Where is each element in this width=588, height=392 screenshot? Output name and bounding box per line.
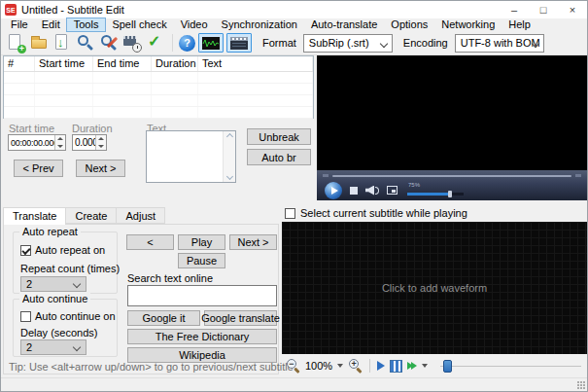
- back-button[interactable]: <: [126, 234, 174, 250]
- menu-networking[interactable]: Networking: [434, 18, 502, 31]
- menu-video[interactable]: Video: [174, 18, 215, 31]
- mute-button[interactable]: [365, 186, 379, 196]
- duration-stepper[interactable]: [95, 135, 106, 150]
- menu-tools[interactable]: Tools: [67, 18, 106, 31]
- format-select[interactable]: SubRip (.srt): [303, 34, 393, 53]
- open-folder-icon: [31, 39, 47, 49]
- toggle-waveform-button[interactable]: [198, 33, 224, 53]
- minimize-button[interactable]: –: [500, 1, 529, 18]
- subtitle-text-area[interactable]: [146, 130, 236, 183]
- open-button[interactable]: [29, 33, 50, 53]
- toolbar-separator: [172, 34, 173, 52]
- select-current-subtitle-checkbox[interactable]: [285, 208, 295, 219]
- video-player[interactable]: 75%: [317, 55, 587, 200]
- toggle-video-button[interactable]: [226, 33, 252, 53]
- speed-dropdown-icon[interactable]: [422, 364, 428, 368]
- video-position-slider[interactable]: [440, 359, 581, 374]
- text-scrollbar[interactable]: [223, 131, 235, 182]
- seek-track[interactable]: [332, 175, 571, 177]
- encoding-select[interactable]: UTF-8 with BOM: [455, 34, 544, 53]
- zoom-in-button[interactable]: +: [348, 358, 363, 374]
- unbreak-button[interactable]: Unbreak: [247, 128, 311, 145]
- prev-subtitle-button[interactable]: < Prev: [14, 160, 63, 177]
- volume-label: 75%: [408, 182, 420, 188]
- volume-track[interactable]: [407, 193, 464, 196]
- menu-auto-translate[interactable]: Auto-translate: [304, 18, 384, 31]
- repeat-count-value: 2: [26, 278, 32, 290]
- google-translate-button[interactable]: Google translate: [204, 310, 277, 326]
- volume-slider[interactable]: 75%: [407, 184, 464, 197]
- auto-repeat-group: Auto repeat Auto repeat on Repeat count …: [13, 232, 118, 294]
- auto-br-button[interactable]: Auto br: [247, 149, 311, 165]
- menu-options[interactable]: Options: [384, 18, 434, 31]
- app-icon: SE: [5, 4, 17, 16]
- duration-value[interactable]: 0.000: [73, 135, 95, 150]
- waveform-icon: [202, 37, 220, 50]
- seek-end-cap: [575, 174, 581, 177]
- column-number[interactable]: #: [4, 56, 35, 71]
- start-time-stepper[interactable]: [54, 135, 65, 150]
- repeat-count-select[interactable]: 2: [20, 276, 86, 292]
- find-button[interactable]: [76, 33, 96, 53]
- auto-continue-checkbox-label: Auto continue on: [35, 310, 116, 322]
- maximize-button[interactable]: □: [529, 1, 558, 18]
- play-current-button[interactable]: Play: [178, 234, 225, 250]
- next-subtitle-button[interactable]: Next >: [76, 160, 125, 177]
- seek-bar[interactable]: [317, 170, 587, 180]
- menu-synchronization[interactable]: Synchronization: [215, 18, 304, 31]
- free-dictionary-button[interactable]: The Free Dictionary: [127, 329, 277, 344]
- delay-select[interactable]: 2: [20, 339, 86, 355]
- help-button[interactable]: ?: [179, 35, 195, 52]
- menu-help[interactable]: Help: [502, 18, 537, 31]
- start-time-value[interactable]: 00:00:00.000: [9, 135, 54, 150]
- status-bar: [1, 377, 587, 391]
- window-controls: – □ ×: [500, 1, 587, 18]
- next-button[interactable]: Next >: [229, 234, 277, 250]
- column-duration[interactable]: Duration: [152, 56, 198, 71]
- play-icon: [331, 187, 338, 195]
- visual-sync-button[interactable]: [122, 33, 143, 53]
- auto-repeat-checkbox[interactable]: [20, 245, 31, 256]
- search-text-input[interactable]: [127, 285, 277, 306]
- replace-button[interactable]: [99, 33, 120, 53]
- save-button[interactable]: ↓: [52, 33, 73, 53]
- new-button[interactable]: +: [6, 33, 26, 53]
- volume-thumb[interactable]: [448, 191, 452, 197]
- auto-continue-checkbox[interactable]: [20, 311, 31, 322]
- mode-tab-control: Translate Create Adjust Auto repeat Auto…: [3, 207, 279, 374]
- playback-speed-button[interactable]: [407, 362, 417, 370]
- window-title: Untitled - Subtitle Edit: [21, 4, 124, 16]
- menu-edit[interactable]: Edit: [35, 18, 67, 31]
- position-track[interactable]: [440, 366, 581, 367]
- tab-adjust[interactable]: Adjust: [116, 207, 165, 224]
- repeat-count-label: Repeat count (times): [20, 263, 120, 274]
- tab-create[interactable]: Create: [65, 207, 117, 224]
- tab-translate[interactable]: Translate: [3, 207, 66, 225]
- waveform-zoom-value[interactable]: 100%: [305, 360, 332, 372]
- auto-repeat-title: Auto repeat: [19, 226, 81, 237]
- fullscreen-button[interactable]: [387, 186, 398, 195]
- toolbar: + ↓ ✓ ?: [1, 31, 587, 55]
- play-button[interactable]: [325, 182, 342, 199]
- menu-spell-check[interactable]: Spell check: [105, 18, 173, 31]
- zoom-out-button[interactable]: −: [286, 358, 300, 374]
- waveform-area[interactable]: Click to add waveform: [282, 222, 587, 354]
- resize-grip[interactable]: [577, 381, 585, 389]
- column-text[interactable]: Text: [198, 56, 313, 71]
- video-position-icon[interactable]: [390, 360, 402, 373]
- duration-input[interactable]: 0.000: [72, 134, 107, 151]
- waveform-play-button[interactable]: [377, 361, 385, 371]
- close-button[interactable]: ×: [558, 1, 587, 18]
- subtitle-list[interactable]: # Start time End time Duration Text: [3, 55, 314, 119]
- position-thumb[interactable]: [443, 360, 452, 373]
- column-end-time[interactable]: End time: [93, 56, 152, 71]
- google-it-button[interactable]: Google it: [127, 310, 200, 326]
- table-row: [4, 72, 313, 84]
- zoom-dropdown-icon[interactable]: [337, 364, 343, 368]
- start-time-input[interactable]: 00:00:00.000: [8, 134, 66, 151]
- spell-check-button[interactable]: ✓: [146, 33, 166, 53]
- pause-button[interactable]: Pause: [178, 253, 225, 268]
- menu-file[interactable]: File: [4, 18, 35, 31]
- column-start-time[interactable]: Start time: [35, 56, 93, 71]
- stop-button[interactable]: [350, 187, 358, 195]
